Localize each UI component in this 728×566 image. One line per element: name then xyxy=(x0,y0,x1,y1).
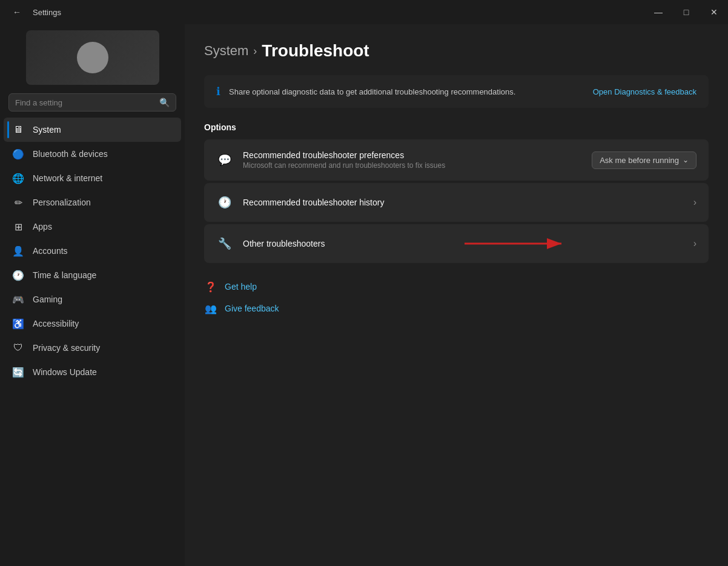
recommended-history-icon: 🕐 xyxy=(216,194,233,211)
bluetooth-nav-icon: 🔵 xyxy=(12,148,24,160)
breadcrumb-system[interactable]: System xyxy=(204,43,248,59)
sidebar-item-apps[interactable]: ⊞ Apps xyxy=(4,215,181,239)
option-card-right-recommended-history: › xyxy=(693,197,697,208)
sidebar-item-gaming[interactable]: 🎮 Gaming xyxy=(4,287,181,311)
option-card-right-other-troubleshooters: › xyxy=(693,238,697,249)
sidebar-item-label-system: System xyxy=(33,125,61,135)
get-help-icon: ❓ xyxy=(204,280,217,293)
maximize-button[interactable]: □ xyxy=(672,0,700,24)
option-card-right-recommended-prefs: Ask me before running ⌄ xyxy=(592,151,697,169)
get-help-link[interactable]: ❓ Get help xyxy=(204,280,709,293)
sidebar-item-bluetooth[interactable]: 🔵 Bluetooth & devices xyxy=(4,142,181,166)
info-banner: ℹ Share optional diagnostic data to get … xyxy=(204,75,709,108)
nav-list: 🖥 System 🔵 Bluetooth & devices 🌐 Network… xyxy=(0,118,185,384)
options-label: Options xyxy=(204,122,709,132)
dropdown-recommended-prefs[interactable]: Ask me before running ⌄ xyxy=(592,151,697,169)
option-card-content-recommended-prefs: Recommended troubleshooter preferences M… xyxy=(243,150,582,170)
sidebar-item-label-network: Network & internet xyxy=(33,173,102,183)
windows-update-nav-icon: 🔄 xyxy=(12,366,24,378)
search-icon: 🔍 xyxy=(159,98,170,107)
option-card-wrapper-recommended-history: 🕐 Recommended troubleshooter history › xyxy=(204,183,709,222)
breadcrumb-separator: › xyxy=(253,45,257,58)
sidebar-item-network[interactable]: 🌐 Network & internet xyxy=(4,166,181,190)
chevron-down-icon: ⌄ xyxy=(683,156,689,164)
option-card-title-other-troubleshooters: Other troubleshooters xyxy=(243,239,684,248)
sidebar-item-system[interactable]: 🖥 System xyxy=(4,118,181,142)
content-area: System › Troubleshoot ℹ Share optional d… xyxy=(185,24,728,566)
network-nav-icon: 🌐 xyxy=(12,172,24,184)
back-button[interactable]: ← xyxy=(7,0,27,24)
give-feedback-icon: 👥 xyxy=(204,302,217,315)
search-input[interactable] xyxy=(15,98,154,107)
sidebar-item-accounts[interactable]: 👤 Accounts xyxy=(4,239,181,263)
option-card-subtitle: Microsoft can recommend and run troubles… xyxy=(243,161,582,170)
sidebar-item-label-bluetooth: Bluetooth & devices xyxy=(33,149,108,159)
sidebar-item-personalization[interactable]: ✏ Personalization xyxy=(4,190,181,215)
sidebar-item-label-privacy: Privacy & security xyxy=(33,343,100,353)
avatar xyxy=(26,30,159,85)
option-card-wrapper-other-troubleshooters: 🔧 Other troubleshooters › xyxy=(204,224,709,263)
diagnostics-feedback-link[interactable]: Open Diagnostics & feedback xyxy=(593,87,697,96)
sidebar-item-label-windows-update: Windows Update xyxy=(33,367,97,377)
bottom-links: ❓ Get help 👥 Give feedback xyxy=(204,280,709,315)
sidebar-item-label-apps: Apps xyxy=(33,222,52,231)
privacy-nav-icon: 🛡 xyxy=(12,342,24,354)
option-card-wrapper-recommended-prefs: 💬 Recommended troubleshooter preferences… xyxy=(204,139,709,181)
recommended-prefs-icon: 💬 xyxy=(216,151,233,168)
sidebar: 🔍 🖥 System 🔵 Bluetooth & devices 🌐 Netwo… xyxy=(0,24,185,566)
give-feedback-link[interactable]: 👥 Give feedback xyxy=(204,302,709,315)
sidebar-item-label-accounts: Accounts xyxy=(33,246,68,256)
close-button[interactable]: ✕ xyxy=(700,0,728,24)
option-card-title-recommended-history: Recommended troubleshooter history xyxy=(243,198,684,207)
system-nav-icon: 🖥 xyxy=(12,124,24,136)
get-help-label: Get help xyxy=(225,282,257,291)
sidebar-item-windows-update[interactable]: 🔄 Windows Update xyxy=(4,360,181,384)
gaming-nav-icon: 🎮 xyxy=(12,293,24,305)
dropdown-value: Ask me before running xyxy=(600,156,679,165)
option-card-title-recommended-prefs: Recommended troubleshooter preferences xyxy=(243,150,582,160)
titlebar: ← Settings — □ ✕ xyxy=(0,0,728,24)
info-icon: ℹ xyxy=(216,85,220,98)
personalization-nav-icon: ✏ xyxy=(12,196,24,208)
sidebar-item-time[interactable]: 🕐 Time & language xyxy=(4,263,181,287)
accounts-nav-icon: 👤 xyxy=(12,245,24,257)
option-card-content-recommended-history: Recommended troubleshooter history xyxy=(243,198,684,207)
chevron-right-icon: › xyxy=(693,238,697,249)
info-text: Share optional diagnostic data to get ad… xyxy=(229,87,515,96)
accessibility-nav-icon: ♿ xyxy=(12,318,24,330)
option-card-content-other-troubleshooters: Other troubleshooters xyxy=(243,239,684,248)
sidebar-item-accessibility[interactable]: ♿ Accessibility xyxy=(4,311,181,336)
option-card-recommended-prefs[interactable]: 💬 Recommended troubleshooter preferences… xyxy=(204,139,709,181)
other-troubleshooters-icon: 🔧 xyxy=(216,235,233,252)
sidebar-item-label-accessibility: Accessibility xyxy=(33,319,79,328)
give-feedback-label: Give feedback xyxy=(225,304,279,313)
sidebar-item-label-time: Time & language xyxy=(33,270,96,280)
app-title: Settings xyxy=(33,8,61,17)
window-controls: — □ ✕ xyxy=(644,0,728,24)
option-card-other-troubleshooters[interactable]: 🔧 Other troubleshooters › xyxy=(204,224,709,263)
search-box[interactable]: 🔍 xyxy=(8,93,176,112)
breadcrumb-current: Troubleshoot xyxy=(262,41,369,61)
apps-nav-icon: ⊞ xyxy=(12,221,24,233)
sidebar-item-privacy[interactable]: 🛡 Privacy & security xyxy=(4,336,181,360)
time-nav-icon: 🕐 xyxy=(12,269,24,281)
titlebar-left: ← Settings xyxy=(7,0,61,24)
main-layout: 🔍 🖥 System 🔵 Bluetooth & devices 🌐 Netwo… xyxy=(0,24,728,566)
option-card-recommended-history[interactable]: 🕐 Recommended troubleshooter history › xyxy=(204,183,709,222)
breadcrumb: System › Troubleshoot xyxy=(204,41,709,61)
option-cards-list: 💬 Recommended troubleshooter preferences… xyxy=(204,139,709,263)
chevron-right-icon: › xyxy=(693,197,697,208)
minimize-button[interactable]: — xyxy=(644,0,672,24)
sidebar-item-label-gaming: Gaming xyxy=(33,295,62,304)
sidebar-item-label-personalization: Personalization xyxy=(33,198,91,207)
